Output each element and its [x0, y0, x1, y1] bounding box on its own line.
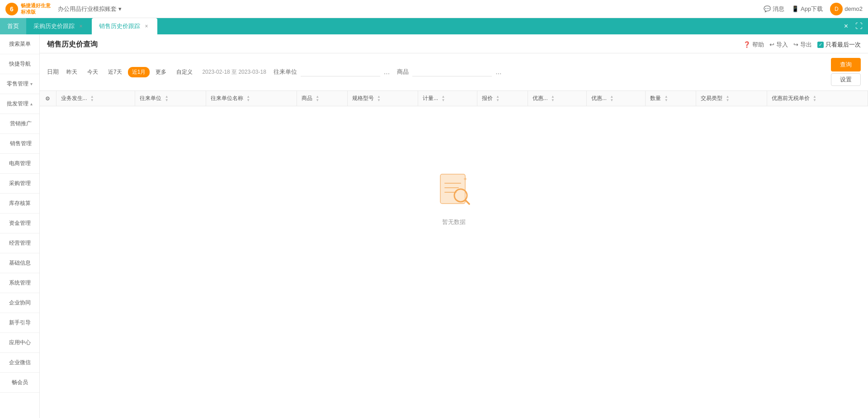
- goods-dots-btn[interactable]: ...: [495, 68, 501, 76]
- app-download-btn[interactable]: 📱 App下载: [792, 5, 823, 13]
- sidebar-item-basic-info[interactable]: 基础信息: [0, 253, 39, 273]
- col-biz-date[interactable]: 业务发生... ▲▼: [56, 91, 135, 106]
- sidebar-item-wholesale-mgmt[interactable]: 批发管理 ▴: [0, 94, 39, 114]
- sidebar-label-app-center: 应用中心: [9, 339, 31, 347]
- fullscreen-btn[interactable]: ⛶: [854, 20, 864, 32]
- col-quantity[interactable]: 数量 ▲▼: [646, 91, 696, 106]
- only-last-label: 只看最后一次: [826, 41, 861, 49]
- sort-arrows-discount2: ▲▼: [610, 95, 613, 102]
- main-layout: 搜索菜单 快捷导航 零售管理 ▾ 批发管理 ▴ 营销推广 销售管理 电商管理 采…: [0, 34, 868, 418]
- goods-filter-input[interactable]: [412, 67, 492, 76]
- message-btn[interactable]: 💬 消息: [764, 5, 784, 13]
- col-spec[interactable]: 规格型号 ▲▼: [347, 91, 418, 106]
- query-btn[interactable]: 查询: [831, 58, 861, 71]
- sidebar-label-enterprise-collab: 企业协同: [9, 299, 31, 307]
- partner-filter-input[interactable]: [301, 67, 380, 76]
- logo-text: 畅捷通好生意 标准版: [21, 3, 51, 14]
- sidebar-item-new-guide[interactable]: 新手引导: [0, 313, 39, 333]
- table-container: ⚙ 业务发生... ▲▼ 往来单位 ▲▼ 往来单位名称 ▲▼: [40, 91, 868, 418]
- sort-arrows-quote: ▲▼: [496, 95, 500, 102]
- col-partner-name[interactable]: 往来单位名称 ▲▼: [206, 91, 297, 106]
- close-all-btn[interactable]: ×: [842, 20, 850, 32]
- partner-dots-btn[interactable]: ...: [384, 68, 390, 76]
- sidebar-label-operations-mgmt: 经营管理: [9, 239, 31, 247]
- col-pre-tax-price[interactable]: 优惠前无税单价 ▲▼: [767, 91, 868, 106]
- tab-sales-history-close[interactable]: ×: [143, 23, 150, 30]
- page-header-actions: ❓ 帮助 ↩ 导入 ↪ 导出 ✓ 只看最后一次: [743, 41, 861, 49]
- sidebar-label-retail-mgmt: 零售管理: [7, 80, 28, 88]
- avatar: D: [830, 3, 843, 15]
- sidebar-item-app-center[interactable]: 应用中心: [0, 333, 39, 353]
- sidebar-item-purchase-mgmt[interactable]: 采购管理: [0, 174, 39, 194]
- sort-arrows-goods: ▲▼: [316, 95, 319, 102]
- tab-home[interactable]: 首页: [0, 18, 26, 34]
- goods-filter-label: 商品: [397, 68, 409, 76]
- col-settings[interactable]: ⚙: [40, 91, 56, 106]
- header-right: 💬 消息 📱 App下载 D demo2: [764, 3, 863, 15]
- empty-svg: ✦: [431, 167, 476, 213]
- date-btn-today[interactable]: 今天: [83, 67, 102, 77]
- export-btn[interactable]: ↪ 导出: [793, 41, 812, 49]
- tab-sales-history[interactable]: 销售历史价跟踪 ×: [92, 18, 157, 34]
- col-goods[interactable]: 商品 ▲▼: [297, 91, 347, 106]
- col-trade-type[interactable]: 交易类型 ▲▼: [696, 91, 767, 106]
- sidebar-label-ecommerce-mgmt: 电商管理: [9, 160, 31, 167]
- sidebar-item-sales-mgmt[interactable]: 销售管理: [0, 134, 39, 154]
- import-icon: ↩: [769, 41, 774, 48]
- sidebar-label-member: 畅会员: [12, 379, 28, 386]
- sort-arrows-quantity: ▲▼: [665, 95, 668, 102]
- sidebar-item-member[interactable]: 畅会员: [0, 373, 39, 393]
- username-label: demo2: [844, 5, 863, 12]
- app-download-label: App下载: [801, 5, 823, 13]
- sidebar-label-purchase-mgmt: 采购管理: [9, 180, 31, 187]
- import-btn[interactable]: ↩ 导入: [769, 41, 788, 49]
- account-dropdown[interactable]: 办公用品行业模拟账套 ▾: [54, 3, 125, 15]
- col-quote[interactable]: 报价 ▲▼: [477, 91, 528, 106]
- col-discount2[interactable]: 优惠... ▲▼: [586, 91, 645, 106]
- date-btn-more[interactable]: 更多: [151, 67, 170, 77]
- sidebar-item-finance-mgmt[interactable]: 资金管理: [0, 214, 39, 233]
- sort-arrows-discount1: ▲▼: [551, 95, 555, 102]
- sidebar-item-system-mgmt[interactable]: 系统管理: [0, 273, 39, 293]
- date-btn-yesterday[interactable]: 昨天: [62, 67, 81, 77]
- sidebar-item-enterprise-wechat[interactable]: 企业微信: [0, 353, 39, 373]
- help-btn[interactable]: ❓ 帮助: [743, 41, 764, 49]
- sidebar-label-sales-mgmt: 销售管理: [10, 140, 32, 147]
- col-discount1[interactable]: 优惠... ▲▼: [528, 91, 586, 106]
- sort-arrows-partner: ▲▼: [165, 95, 169, 102]
- sidebar-item-inventory[interactable]: 库存核算: [0, 194, 39, 214]
- date-btn-1month[interactable]: 近1月: [128, 67, 150, 77]
- only-last-checkbox-label[interactable]: ✓ 只看最后一次: [817, 41, 861, 49]
- date-btn-7days[interactable]: 近7天: [104, 67, 126, 77]
- content-area: 销售历史价查询 ❓ 帮助 ↩ 导入 ↪ 导出 ✓ 只看最后一次: [40, 34, 868, 418]
- sort-arrows-unit: ▲▼: [442, 95, 445, 102]
- sidebar: 搜索菜单 快捷导航 零售管理 ▾ 批发管理 ▴ 营销推广 销售管理 电商管理 采…: [0, 34, 40, 418]
- settings-btn[interactable]: 设置: [831, 73, 861, 86]
- col-unit[interactable]: 计量... ▲▼: [418, 91, 477, 106]
- date-range-text: 2023-02-18 至 2023-03-18: [202, 68, 266, 76]
- sidebar-item-operations-mgmt[interactable]: 经营管理: [0, 233, 39, 253]
- user-profile-btn[interactable]: D demo2: [830, 3, 863, 15]
- sidebar-item-enterprise-collab[interactable]: 企业协同: [0, 293, 39, 313]
- tab-purchase-history[interactable]: 采购历史价跟踪 ×: [26, 18, 92, 34]
- logo-icon: 6: [5, 3, 18, 15]
- date-btn-custom[interactable]: 自定义: [172, 67, 197, 77]
- tab-bar-actions: × ⛶: [842, 20, 868, 32]
- only-last-checkbox[interactable]: ✓: [817, 42, 824, 48]
- sidebar-item-marketing[interactable]: 营销推广: [0, 114, 39, 134]
- sort-arrows-trade-type: ▲▼: [726, 95, 730, 102]
- date-filter-label: 日期: [47, 68, 59, 76]
- svg-text:✦: ✦: [463, 176, 467, 182]
- logo-area: 6 畅捷通好生意 标准版: [5, 3, 51, 15]
- sidebar-item-search-menu[interactable]: 搜索菜单: [0, 34, 39, 54]
- sidebar-item-ecommerce-mgmt[interactable]: 电商管理: [0, 154, 39, 174]
- help-label: 帮助: [752, 41, 764, 49]
- sidebar-item-retail-mgmt[interactable]: 零售管理 ▾: [0, 74, 39, 94]
- col-partner-code[interactable]: 往来单位 ▲▼: [135, 91, 206, 106]
- sidebar-label-new-guide: 新手引导: [9, 319, 31, 327]
- partner-filter-group: 往来单位 ...: [274, 67, 390, 76]
- tab-purchase-history-close[interactable]: ×: [77, 23, 85, 30]
- goods-filter-group: 商品 ...: [397, 67, 501, 76]
- sidebar-item-quick-nav[interactable]: 快捷导航: [0, 54, 39, 74]
- import-label: 导入: [776, 41, 788, 49]
